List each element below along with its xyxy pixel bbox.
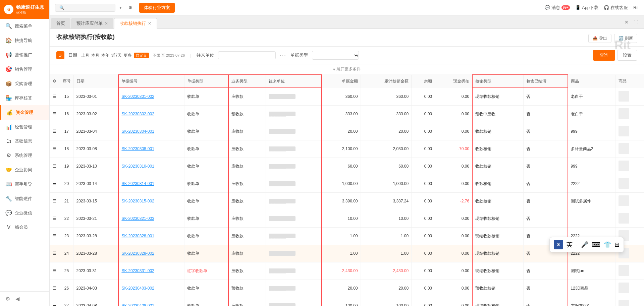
doc-no-link[interactable]: SK-20230328-002 <box>121 251 154 256</box>
doc-no-link[interactable]: SK-20230310-001 <box>121 164 154 169</box>
tab-receipts[interactable]: 收款核销执行 ✕ <box>114 18 157 29</box>
date-option-this-month[interactable]: 本月 <box>91 53 99 58</box>
row-settings[interactable]: ☰ <box>50 227 60 245</box>
sidebar-item-hardware[interactable]: 🔧智能硬件 <box>0 191 49 206</box>
row-doc-type: 收款单 <box>184 88 228 105</box>
doc-no-link[interactable]: SK-20230321-003 <box>121 216 154 221</box>
date-option-more[interactable]: 更多 <box>124 53 132 58</box>
sidebar-item-sales[interactable]: 🎯销售管理 <box>0 62 49 76</box>
ime-music-icon[interactable]: · <box>576 241 578 248</box>
counterparty-input[interactable] <box>218 51 276 59</box>
tab-prepay-close[interactable]: ✕ <box>105 21 108 26</box>
row-settings[interactable]: ☰ <box>50 262 60 280</box>
goods-thumbnail <box>619 283 629 293</box>
ime-keyboard-icon[interactable]: ⌨ <box>592 241 600 248</box>
tab-receipts-close[interactable]: ✕ <box>148 21 151 26</box>
row-settings[interactable]: ☰ <box>50 105 60 123</box>
sidebar-item-collab[interactable]: 🤝企业协同 <box>0 163 49 177</box>
sidebar-item-finance[interactable]: 💰资金管理 <box>0 105 49 120</box>
row-settings[interactable]: ☰ <box>50 140 60 158</box>
sidebar-item-guide[interactable]: 📖新手引导 <box>0 177 49 191</box>
row-settings[interactable]: ☰ <box>50 175 60 192</box>
gear-icon[interactable]: ⚙ <box>126 3 135 12</box>
settings-button[interactable]: 设置 <box>617 50 637 61</box>
sidebar-item-marketing[interactable]: 📢营销推广 <box>0 48 49 62</box>
refresh-button[interactable]: 🔄 刷新 <box>614 34 637 43</box>
filter-toggle[interactable]: » <box>56 51 64 59</box>
sidebar-item-member[interactable]: V畅会员 <box>0 220 49 234</box>
col-header-settings[interactable]: ⚙ <box>50 75 60 88</box>
row-counterparty: ██████ <box>266 123 322 140</box>
doc-no-link[interactable]: SK-20230304-001 <box>121 129 154 134</box>
row-doc-no: SK-20230331-002 <box>118 262 184 280</box>
row-settings[interactable]: ☰ <box>50 245 60 262</box>
date-option-last-month[interactable]: 上月 <box>81 53 89 58</box>
tab-maximize[interactable]: ⛶ <box>632 18 640 26</box>
row-goods-img <box>616 123 644 140</box>
tab-prepay[interactable]: 预计应应付单 ✕ <box>71 18 113 29</box>
row-settings[interactable]: ☰ <box>50 192 60 210</box>
logo-icon: 6 <box>4 5 13 14</box>
row-doc-no: SK-20230328-001 <box>118 227 184 245</box>
sidebar-item-shortcut[interactable]: 🏠快捷导航 <box>0 33 49 48</box>
doc-no-link[interactable]: SK-20230315-002 <box>121 199 154 203</box>
doc-no-link[interactable]: SK-20230331-002 <box>121 268 154 273</box>
online-service-link[interactable]: 🎧 在线客服 <box>604 5 628 11</box>
sidebar-item-operations[interactable]: 📊经营管理 <box>0 120 49 134</box>
filter-dots[interactable]: ··· <box>280 52 286 58</box>
sidebar-icon-hardware: 🔧 <box>5 195 12 202</box>
tab-home[interactable]: 首页 <box>51 18 70 29</box>
tab-close-all[interactable]: ✕ <box>623 18 631 26</box>
row-settings[interactable]: ☰ <box>50 88 60 105</box>
ime-grid-icon[interactable]: ⊞ <box>614 241 620 248</box>
doc-no-link[interactable]: SK-20230328-001 <box>121 234 154 238</box>
row-doc-amount: 1,000.00 <box>322 175 361 192</box>
sidebar-item-system[interactable]: ⚙系统管理 <box>0 148 49 163</box>
date-option-7days[interactable]: 近7天 <box>111 53 122 58</box>
sidebar-item-wechat[interactable]: 💬企业微信 <box>0 206 49 220</box>
row-settings[interactable]: ☰ <box>50 210 60 227</box>
row-cash-discount: 0.00 <box>435 123 473 140</box>
export-button[interactable]: 📤 导出 <box>588 34 611 43</box>
row-goods <box>568 210 616 227</box>
row-verify-type: 预收款核销 <box>472 280 523 297</box>
row-doc-amount: 2,100.00 <box>322 140 361 158</box>
doc-no-link[interactable]: SK-20230302-002 <box>121 112 154 116</box>
doc-no-link[interactable]: SK-20230314-001 <box>121 181 154 186</box>
doc-no-link[interactable]: SK-20230301-002 <box>121 94 154 99</box>
ime-shirt-icon[interactable]: 👕 <box>604 241 611 248</box>
row-cash-discount: 0.00 <box>435 280 473 297</box>
doc-type-select[interactable] <box>312 51 359 60</box>
settings-icon[interactable]: ⚙ <box>5 296 10 302</box>
ime-lang-icon[interactable]: 英 <box>567 241 573 249</box>
user-name[interactable]: Rit <box>633 5 639 10</box>
sidebar-item-basic[interactable]: 🗂基础信息 <box>0 134 49 148</box>
sidebar-item-search[interactable]: 🔍搜索菜单 <box>0 19 49 33</box>
row-verify-type: 收款核销 <box>472 175 523 192</box>
chevron-down-icon[interactable]: ▾ <box>119 5 122 10</box>
date-option-this-year[interactable]: 本年 <box>101 53 109 58</box>
app-download-link[interactable]: 📱 App下载 <box>575 5 598 11</box>
row-settings[interactable]: ☰ <box>50 280 60 297</box>
sidebar-item-purchase[interactable]: 📦采购管理 <box>0 76 49 91</box>
row-settings[interactable]: ☰ <box>50 123 60 140</box>
date-custom-btn[interactable]: 自定义 <box>134 53 149 58</box>
collapse-icon[interactable]: ◀ <box>15 296 19 302</box>
message-button[interactable]: 💬 消息 99+ <box>545 5 570 11</box>
sidebar-item-inventory[interactable]: 🏪库存核算 <box>0 91 49 105</box>
row-verify-type: 收款核销 <box>472 140 523 158</box>
row-settings[interactable]: ☰ <box>50 158 60 175</box>
row-no: 26 <box>60 280 73 297</box>
doc-no-link[interactable]: SK-20230403-002 <box>121 286 154 291</box>
row-accum-amount: 1,000.00 <box>361 175 412 192</box>
row-balance: 0.00 <box>412 210 435 227</box>
row-no: 27 <box>60 297 73 306</box>
doc-no-link[interactable]: SK-20230308-001 <box>121 146 154 151</box>
doc-no-link[interactable]: SK-20230408-001 <box>121 303 154 306</box>
solution-button[interactable]: 体验行业方案 <box>139 3 175 13</box>
ime-mic-icon[interactable]: 🎤 <box>581 241 588 248</box>
query-button[interactable]: 查询 <box>593 50 615 61</box>
row-cash-discount: 0.00 <box>435 262 473 280</box>
expand-conditions-btn[interactable]: ▾ 展开更多条件 <box>333 66 361 72</box>
row-settings[interactable]: ☰ <box>50 297 60 306</box>
